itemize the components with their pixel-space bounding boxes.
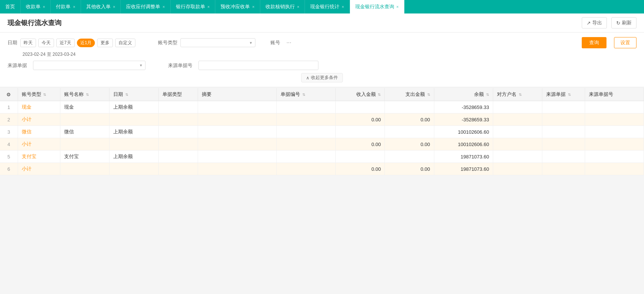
source-doc-no-label: 来源单据号 xyxy=(168,62,192,69)
query-button[interactable]: 查询 xyxy=(582,37,606,48)
th-expense[interactable]: 支出金额 ⇅ xyxy=(385,88,434,101)
tab-close-icon-3[interactable]: × xyxy=(162,4,165,9)
cell-summary xyxy=(198,113,277,126)
cell-date: 上期余额 xyxy=(110,151,159,163)
sort-date-icon: ⇅ xyxy=(125,93,128,97)
tab-close-icon-0[interactable]: × xyxy=(43,4,45,9)
date-btn-today[interactable]: 今天 xyxy=(38,39,54,47)
sort-income-icon: ⇅ xyxy=(378,93,381,97)
account-type-label: 账号类型 xyxy=(158,39,177,46)
nav-tab-6[interactable]: 收款核销执行 × xyxy=(260,0,305,13)
cell-idx: 1 xyxy=(0,101,18,113)
cell-income: 0.00 xyxy=(336,138,385,151)
sort-source-doc-icon: ⇅ xyxy=(568,93,571,97)
cell-expense xyxy=(385,101,434,113)
date-btn-yesterday[interactable]: 昨天 xyxy=(20,39,36,47)
sort-counterparty-icon: ⇅ xyxy=(519,93,522,97)
tab-close-icon-4[interactable]: × xyxy=(207,4,210,9)
cell-source-no xyxy=(585,163,644,175)
cell-account-name xyxy=(60,138,110,151)
th-account-name[interactable]: 账号名称 ⇅ xyxy=(60,88,110,101)
tab-close-icon-2[interactable]: × xyxy=(113,4,115,9)
th-account-type[interactable]: 账号类型 ⇅ xyxy=(18,88,60,101)
cell-income: 0.00 xyxy=(336,163,385,175)
nav-tab-5[interactable]: 预收冲应收单 × xyxy=(215,0,260,13)
cell-account-type: 现金 xyxy=(18,101,60,113)
cell-account-type: 支付宝 xyxy=(18,151,60,163)
tab-close-icon-8[interactable]: × xyxy=(396,4,399,9)
nav-tab-2[interactable]: 其他收入单 × xyxy=(81,0,121,13)
cell-source-doc xyxy=(542,113,585,126)
cell-date: 上期余额 xyxy=(110,101,159,113)
tab-close-icon-7[interactable]: × xyxy=(342,4,344,9)
cell-account-name xyxy=(60,163,110,175)
cell-counterparty xyxy=(493,163,542,175)
filter-row-2: 来源单据 ▾ 来源单据号 xyxy=(8,61,636,70)
cell-balance: -3528659.33 xyxy=(434,101,493,113)
account-dots[interactable]: ··· xyxy=(286,39,291,46)
th-voucher-no[interactable]: 单据编号 ⇅ xyxy=(277,88,336,101)
page-title: 现金银行流水查询 xyxy=(8,18,62,27)
tab-close-icon-6[interactable]: × xyxy=(297,4,299,9)
table-row: 5支付宝支付宝上期余额19871073.60 xyxy=(0,151,644,163)
date-options: 昨天 今天 近7天 近1月 更多 自定义 xyxy=(20,39,135,47)
cell-account-name xyxy=(60,113,110,126)
cell-account-type: 小计 xyxy=(18,138,60,151)
cell-date xyxy=(110,138,159,151)
settings-button[interactable]: 设置 xyxy=(614,37,636,48)
source-doc-chevron-icon: ▾ xyxy=(140,63,142,68)
th-date[interactable]: 日期 ⇅ xyxy=(110,88,159,101)
date-btn-1month[interactable]: 近1月 xyxy=(77,39,95,47)
cell-source-no xyxy=(585,151,644,163)
account-filter: 账号 ··· xyxy=(270,39,294,46)
account-type-select[interactable]: ▾ xyxy=(180,38,255,47)
cell-voucher-type xyxy=(159,163,198,175)
cell-balance: 19871073.60 xyxy=(434,163,493,175)
account-type-chevron-icon: ▾ xyxy=(250,40,252,45)
cell-counterparty xyxy=(493,126,542,138)
refresh-icon: ↻ xyxy=(616,20,620,26)
sort-balance-icon: ⇅ xyxy=(486,93,489,97)
cell-expense: 0.00 xyxy=(385,113,434,126)
nav-tab-3[interactable]: 应收应付调整单 × xyxy=(121,0,170,13)
source-doc-no-filter: 来源单据号 xyxy=(168,61,318,70)
date-filter: 日期 昨天 今天 近7天 近1月 更多 自定义 xyxy=(8,39,135,47)
cell-balance: -3528659.33 xyxy=(434,113,493,126)
date-range-text: 2023-02-24 至 2023-03-24 xyxy=(23,52,75,57)
cell-counterparty xyxy=(493,101,542,113)
table-row: 4小计0.000.00100102606.60 xyxy=(0,138,644,151)
export-button[interactable]: ↗ 导出 xyxy=(582,17,607,28)
collapse-button[interactable]: ∧ 收起更多条件 xyxy=(301,73,343,82)
tab-close-icon-1[interactable]: × xyxy=(73,4,75,9)
nav-tab-1[interactable]: 付款单 × xyxy=(51,0,81,13)
date-btn-7days[interactable]: 近7天 xyxy=(56,39,75,47)
sort-voucher-no-icon: ⇅ xyxy=(302,93,305,97)
th-gear[interactable]: ⚙ xyxy=(0,88,18,101)
nav-tab-7[interactable]: 现金银行统计 × xyxy=(305,0,350,13)
tab-close-icon-5[interactable]: × xyxy=(252,4,254,9)
cell-counterparty xyxy=(493,151,542,163)
cell-expense xyxy=(385,151,434,163)
th-income[interactable]: 收入金额 ⇅ xyxy=(336,88,385,101)
source-doc-select[interactable]: ▾ xyxy=(33,61,146,70)
nav-tab-4[interactable]: 银行存取款单 × xyxy=(171,0,215,13)
th-counterparty[interactable]: 对方户名 ⇅ xyxy=(493,88,542,101)
cell-income: 0.00 xyxy=(336,113,385,126)
nav-tab-0[interactable]: 收款单 × xyxy=(21,0,51,13)
date-btn-custom[interactable]: 自定义 xyxy=(115,39,135,47)
sort-expense-icon: ⇅ xyxy=(427,93,430,97)
cell-idx: 3 xyxy=(0,126,18,138)
th-source-no: 来源单据号 xyxy=(585,88,644,101)
cell-account-name: 支付宝 xyxy=(60,151,110,163)
source-doc-no-input[interactable] xyxy=(198,61,318,70)
cell-account-name: 微信 xyxy=(60,126,110,138)
nav-home[interactable]: 首页 xyxy=(0,0,21,13)
th-summary: 摘要 xyxy=(198,88,277,101)
nav-tab-8[interactable]: 现金银行流水查询 × xyxy=(350,0,404,13)
refresh-button[interactable]: ↻ 刷新 xyxy=(611,17,636,28)
date-btn-more[interactable]: 更多 xyxy=(97,39,113,47)
th-balance[interactable]: 余额 ⇅ xyxy=(434,88,493,101)
cell-expense xyxy=(385,126,434,138)
gear-icon: ⚙ xyxy=(6,92,11,97)
th-source-doc[interactable]: 来源单据 ⇅ xyxy=(542,88,585,101)
